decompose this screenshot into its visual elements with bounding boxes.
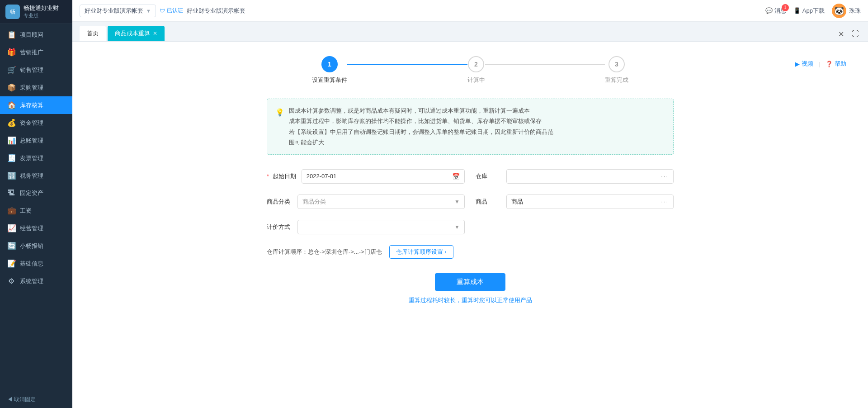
sidebar-label-basic: 基础信息 xyxy=(20,260,43,268)
start-date-label: * 起始日期 xyxy=(267,172,296,180)
sidebar-label-inventory: 库存核算 xyxy=(20,101,43,109)
step-3-label: 重算完成 xyxy=(605,76,628,84)
sidebar-item-basic[interactable]: 📝 基础信息 xyxy=(0,255,72,272)
tab-close-icon[interactable]: ✕ xyxy=(153,30,157,37)
sidebar-item-ledger[interactable]: 📊 总账管理 xyxy=(0,132,72,149)
form-group-pricing: 计价方式 ▼ xyxy=(267,220,465,234)
message-badge: 1 xyxy=(782,4,789,11)
sidebar-item-sales[interactable]: 🛒 销售管理 xyxy=(0,61,72,79)
sidebar-label-finance: 资金管理 xyxy=(20,119,43,127)
sidebar-label-tax: 税务管理 xyxy=(20,172,43,180)
sidebar-label-assets: 固定资产 xyxy=(20,189,43,197)
info-box: 💡 因成本计算参数调整，或是对商品成本有疑问时，可以通过成本重算功能，重新计算一… xyxy=(267,99,674,155)
tabbar: 首页 商品成本重算 ✕ ✕ ⛶ xyxy=(72,22,868,42)
form-row-1: * 起始日期 2022-07-01 📅 仓库 ··· xyxy=(267,169,674,184)
pricing-label: 计价方式 xyxy=(267,223,292,231)
sidebar-item-invoice[interactable]: 🧾 发票管理 xyxy=(0,149,72,167)
sidebar-item-operation[interactable]: 📈 经营管理 xyxy=(0,219,72,237)
tab-home[interactable]: 首页 xyxy=(80,26,106,41)
sidebar-label-invoice: 发票管理 xyxy=(20,154,43,162)
step-3-number: 3 xyxy=(615,61,618,68)
user-profile[interactable]: 🐼 珠珠 xyxy=(832,4,861,18)
calc-order-settings-button[interactable]: 仓库计算顺序设置 › xyxy=(389,245,453,259)
step-2-number: 2 xyxy=(474,61,478,68)
start-date-value: 2022-07-01 xyxy=(307,173,337,180)
shield-icon: 🛡 xyxy=(160,8,165,14)
calc-order-label: 仓库计算顺序： xyxy=(267,248,308,256)
info-line-1: 因成本计算参数调整，或是对商品成本有疑问时，可以通过成本重算功能，重新计算一遍成… xyxy=(289,105,553,116)
account-selector[interactable]: 好业财专业版演示帐套 ▼ xyxy=(80,5,156,17)
step-2-label: 计算中 xyxy=(467,76,485,84)
topbar: 好业财专业版演示帐套 ▼ 🛡 已认证 好业财专业版演示帐套 💬 消息 1 📱 A… xyxy=(72,0,868,22)
form-group-category: 商品分类 商品分类 ▼ xyxy=(267,195,465,209)
category-select[interactable]: 商品分类 ▼ xyxy=(297,195,465,209)
help-label: 帮助 xyxy=(835,60,846,68)
calc-order-value: 总仓->深圳仓库->...->门店仓 xyxy=(308,248,382,256)
info-line-2: 成本重算过程中，影响库存账的操作均不能操作，比如进货单、销货单、库存单据不能审核… xyxy=(289,116,553,126)
operation-icon: 📈 xyxy=(7,224,15,232)
sidebar: 畅 畅捷通好业财 专业版 📋 项目顾问 🎁 营销推广 🛒 销售管理 📦 采购管理… xyxy=(0,0,72,408)
sidebar-item-project[interactable]: 📋 项目顾问 xyxy=(0,26,72,43)
tab-cost-recalc-label: 商品成本重算 xyxy=(115,29,150,38)
account-selector-text: 好业财专业版演示帐套 xyxy=(85,7,143,15)
sidebar-label-sales: 销售管理 xyxy=(20,66,43,74)
warehouse-label: 仓库 xyxy=(476,172,501,180)
tax-icon: 🔢 xyxy=(7,171,15,180)
warning-icon: 💡 xyxy=(275,106,284,148)
sidebar-label-project: 项目顾问 xyxy=(20,31,43,39)
tabbar-actions: ✕ ⛶ xyxy=(835,28,861,41)
pricing-select[interactable]: ▼ xyxy=(297,220,465,234)
expense-icon: 🔄 xyxy=(7,242,15,250)
sidebar-unpin[interactable]: ◀ 取消固定 xyxy=(0,391,72,408)
sidebar-item-inventory[interactable]: 🏠 库存核算 xyxy=(0,96,72,114)
sidebar-item-marketing[interactable]: 🎁 营销推广 xyxy=(0,43,72,61)
recalc-hint: 重算过程耗时较长，重算时您可以正常使用产品 xyxy=(267,296,674,304)
recalc-button[interactable]: 重算成本 xyxy=(435,273,505,291)
info-line-4: 围可能会扩大 xyxy=(289,137,553,147)
tab-cost-recalc[interactable]: 商品成本重算 ✕ xyxy=(108,26,165,41)
expand-pane-button[interactable]: ⛶ xyxy=(850,28,861,39)
salary-icon: 💼 xyxy=(7,206,15,215)
sidebar-item-tax[interactable]: 🔢 税务管理 xyxy=(0,167,72,185)
sidebar-label-system: 系统管理 xyxy=(20,277,43,285)
step-1-label: 设置重算条件 xyxy=(312,76,347,84)
step-connector-1 xyxy=(347,64,467,65)
calc-order-row: 仓库计算顺序： 总仓->深圳仓库->...->门店仓 仓库计算顺序设置 › xyxy=(267,245,674,259)
help-links: ▶ 视频 | ❓ 帮助 xyxy=(795,60,846,68)
step-2-circle: 2 xyxy=(468,56,484,72)
message-button[interactable]: 💬 消息 1 xyxy=(765,7,786,15)
form-row-2: 商品分类 商品分类 ▼ 商品 商品 ··· xyxy=(267,195,674,209)
topbar-left: 好业财专业版演示帐套 ▼ 🛡 已认证 好业财专业版演示帐套 xyxy=(80,5,245,17)
pricing-chevron-icon: ▼ xyxy=(454,224,460,230)
play-icon: ▶ xyxy=(795,61,800,67)
finance-icon: 💰 xyxy=(7,119,15,127)
sidebar-item-system[interactable]: ⚙ 系统管理 xyxy=(0,272,72,290)
product-input[interactable]: 商品 ··· xyxy=(506,195,674,209)
sidebar-item-assets[interactable]: 🏗 固定资产 xyxy=(0,185,72,202)
logo-icon: 畅 xyxy=(5,5,20,19)
calendar-icon: 📅 xyxy=(452,173,460,180)
app-download-button[interactable]: 📱 App下载 xyxy=(793,7,825,15)
sidebar-item-expense[interactable]: 🔄 小畅报销 xyxy=(0,237,72,255)
page-content: 1 设置重算条件 2 计算中 3 xyxy=(72,42,868,408)
tab-home-label: 首页 xyxy=(87,30,99,37)
product-dots-icon: ··· xyxy=(661,198,669,205)
ledger-icon: 📊 xyxy=(7,136,15,145)
sidebar-item-purchase[interactable]: 📦 采购管理 xyxy=(0,79,72,96)
logo-text-block: 畅捷通好业财 专业版 xyxy=(24,5,59,19)
form-group-warehouse: 仓库 ··· xyxy=(476,169,674,184)
phone-icon: 📱 xyxy=(793,7,801,14)
category-placeholder: 商品分类 xyxy=(302,198,326,206)
close-pane-button[interactable]: ✕ xyxy=(835,28,846,39)
project-icon: 📋 xyxy=(7,30,15,39)
video-help-link[interactable]: ▶ 视频 xyxy=(795,60,813,68)
sidebar-item-finance[interactable]: 💰 资金管理 xyxy=(0,114,72,132)
warehouse-input[interactable]: ··· xyxy=(506,169,674,184)
assets-icon: 🏗 xyxy=(7,189,15,197)
sidebar-label-salary: 工资 xyxy=(20,207,32,215)
step-3: 3 重算完成 xyxy=(605,56,628,84)
sidebar-item-salary[interactable]: 💼 工资 xyxy=(0,202,72,219)
verified-text: 已认证 xyxy=(167,7,183,14)
help-link[interactable]: ❓ 帮助 xyxy=(826,60,846,68)
start-date-input[interactable]: 2022-07-01 📅 xyxy=(302,169,465,184)
